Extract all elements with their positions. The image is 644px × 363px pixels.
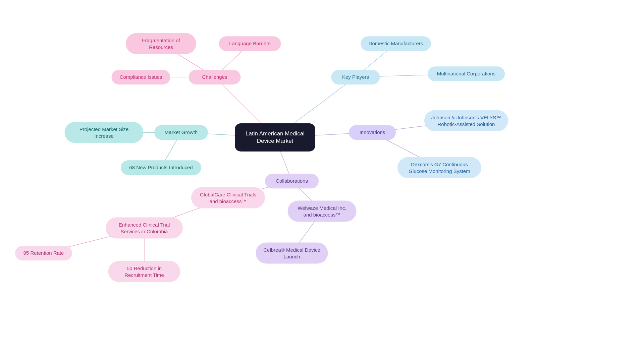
connections-svg	[0, 0, 644, 363]
node-domestic: Domestic Manufacturers	[361, 36, 431, 51]
node-dexcom: Dexcom's G7 Continuous Glucose Monitorin…	[397, 157, 481, 178]
node-challenges: Challenges	[189, 70, 241, 84]
node-compliance: Compliance Issues	[112, 70, 170, 84]
node-collaborations: Collaborations	[265, 174, 319, 188]
node-jj: Johnson & Johnson's VELYS™ Robotic-Assis…	[424, 110, 508, 131]
node-globalcare: GlobalCare Clinical Trials and bioaccess…	[191, 187, 265, 208]
node-keyplayers: Key Players	[331, 70, 380, 84]
node-reduction: 50 Reduction in Recruitment Time	[108, 261, 180, 282]
node-fragmentation: Fragmentation of Resources	[126, 33, 196, 54]
node-retention: 95 Retention Rate	[15, 246, 72, 260]
node-language: Language Barriers	[219, 36, 281, 51]
node-welwaze: Welwaze Medical Inc. and bioaccess™	[288, 201, 357, 222]
node-projectedmarket: Projected Market Size Increase	[65, 122, 144, 143]
node-innovations: Innovations	[349, 125, 396, 140]
node-enhanced: Enhanced Clinical Trial Services in Colo…	[106, 218, 183, 239]
mindmap-container: Latin American Medical Device MarketChal…	[0, 0, 644, 363]
node-marketgrowth: Market Growth	[154, 125, 208, 140]
node-multinational: Multinational Corporations	[428, 66, 505, 81]
node-center: Latin American Medical Device Market	[235, 123, 315, 152]
node-newproducts: 68 New Products Introduced	[121, 160, 201, 175]
node-celbrea: Celbrea® Medical Device Launch	[256, 243, 328, 264]
